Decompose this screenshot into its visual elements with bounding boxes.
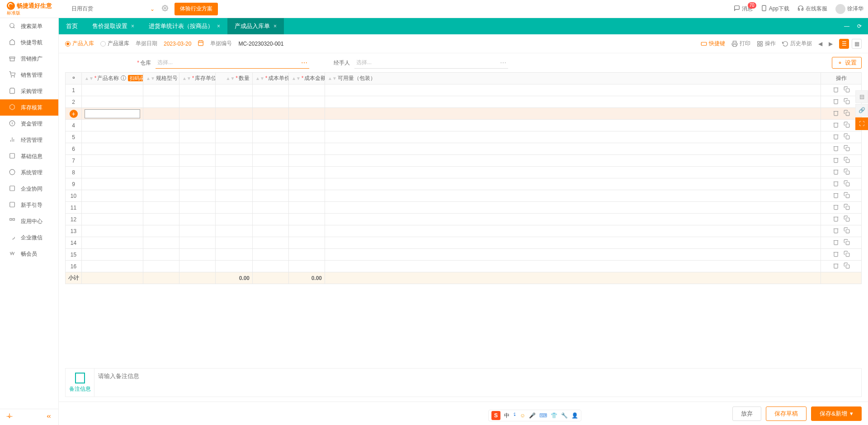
cell-spec[interactable]	[143, 249, 179, 261]
cell-name[interactable]	[82, 167, 143, 178]
delete-icon[interactable]	[833, 110, 839, 117]
cell-qty[interactable]	[216, 167, 253, 178]
cell-avail[interactable]	[325, 84, 821, 96]
cell-amount[interactable]	[289, 202, 325, 214]
cell-amount[interactable]	[289, 178, 325, 190]
cell-name[interactable]	[82, 155, 143, 167]
cell-price[interactable]	[253, 261, 289, 272]
sidebar-item-money[interactable]: 资金管理	[0, 116, 58, 132]
ime-lang[interactable]: 中	[504, 412, 509, 420]
cell-name[interactable]	[82, 178, 143, 190]
cell-unit[interactable]	[179, 96, 216, 108]
cell-price[interactable]	[253, 237, 289, 249]
ime-mic-icon[interactable]: 🎤	[529, 412, 536, 419]
cell-unit[interactable]	[179, 237, 216, 249]
cell-price[interactable]	[253, 214, 289, 225]
cell-unit[interactable]	[179, 249, 216, 261]
copy-icon[interactable]	[844, 215, 850, 223]
copy-icon[interactable]	[844, 251, 850, 258]
cell-qty[interactable]	[216, 84, 253, 96]
copy-icon[interactable]	[844, 180, 850, 188]
cell-amount[interactable]	[289, 108, 325, 120]
sidebar-item-search[interactable]: 搜索菜单	[0, 18, 58, 34]
cell-unit[interactable]	[179, 202, 216, 214]
cell-price[interactable]	[253, 167, 289, 178]
print-link[interactable]: 打印	[731, 40, 750, 47]
sidebar-item-nav[interactable]: 快捷导航	[0, 34, 58, 51]
sidebar-item-guide[interactable]: 新手引导	[0, 197, 58, 213]
service-link[interactable]: 在线客服	[797, 5, 827, 13]
hotkey-link[interactable]: 快捷键	[701, 40, 725, 47]
category-select[interactable]: 日用百货 ⌄	[68, 3, 158, 15]
handler-select[interactable]: 选择... ⋯	[354, 57, 508, 69]
cell-price[interactable]	[253, 96, 289, 108]
cell-price[interactable]	[253, 143, 289, 155]
product-name-input[interactable]	[85, 109, 140, 118]
table-row[interactable]: 11	[66, 202, 862, 214]
cell-price[interactable]	[253, 202, 289, 214]
copy-icon[interactable]	[844, 227, 850, 235]
col-avail[interactable]: ▲▼可用量（包装）	[325, 73, 821, 84]
table-row[interactable]: +	[66, 108, 862, 120]
cell-qty[interactable]	[216, 155, 253, 167]
sidebar-item-gift[interactable]: 营销推广	[0, 51, 58, 67]
table-row[interactable]: 14	[66, 237, 862, 249]
tool-expand-icon[interactable]: ⛶	[855, 117, 868, 130]
cell-price[interactable]	[253, 120, 289, 131]
cell-avail[interactable]	[325, 214, 821, 225]
cell-amount[interactable]	[289, 155, 325, 167]
cell-price[interactable]	[253, 84, 289, 96]
tab[interactable]: 首页	[59, 18, 85, 34]
cell-name[interactable]	[82, 261, 143, 272]
sidebar-item-corp[interactable]: 企业协同	[0, 181, 58, 197]
cell-avail[interactable]	[325, 167, 821, 178]
cell-qty[interactable]	[216, 108, 253, 120]
copy-icon[interactable]	[844, 121, 850, 129]
table-row[interactable]: 10	[66, 190, 862, 202]
cell-name[interactable]	[82, 96, 143, 108]
cell-avail[interactable]	[325, 131, 821, 143]
prev-icon[interactable]: ◀	[818, 41, 822, 47]
cell-avail[interactable]	[325, 261, 821, 272]
cell-avail[interactable]	[325, 108, 821, 120]
ime-skin-icon[interactable]: 👕	[551, 412, 557, 419]
cell-name[interactable]	[82, 249, 143, 261]
copy-icon[interactable]	[844, 192, 850, 200]
cell-spec[interactable]	[143, 225, 179, 237]
cell-avail[interactable]	[325, 202, 821, 214]
history-link[interactable]: 历史单据	[782, 40, 812, 47]
cell-name[interactable]	[82, 214, 143, 225]
radio-product-out[interactable]: 产品退库	[100, 40, 129, 47]
cell-amount[interactable]	[289, 143, 325, 155]
gear-icon[interactable]	[162, 5, 168, 13]
cell-amount[interactable]	[289, 225, 325, 237]
cell-spec[interactable]	[143, 202, 179, 214]
cell-qty[interactable]	[216, 249, 253, 261]
copy-icon[interactable]	[844, 204, 850, 211]
add-row-icon[interactable]: +	[70, 110, 78, 118]
cell-amount[interactable]	[289, 237, 325, 249]
cell-amount[interactable]	[289, 120, 325, 131]
cell-amount[interactable]	[289, 190, 325, 202]
copy-icon[interactable]	[844, 168, 850, 176]
cell-price[interactable]	[253, 249, 289, 261]
table-row[interactable]: 8	[66, 167, 862, 178]
cell-spec[interactable]	[143, 167, 179, 178]
delete-icon[interactable]	[833, 204, 839, 211]
cell-amount[interactable]	[289, 261, 325, 272]
delete-icon[interactable]	[833, 215, 839, 223]
cell-qty[interactable]	[216, 190, 253, 202]
sidebar-item-info[interactable]: 基础信息	[0, 148, 58, 164]
cell-spec[interactable]	[143, 155, 179, 167]
save-draft-button[interactable]: 保存草稿	[766, 406, 807, 421]
copy-icon[interactable]	[844, 98, 850, 106]
settings-button[interactable]: 设置	[832, 57, 862, 69]
table-row[interactable]: 9	[66, 178, 862, 190]
cell-spec[interactable]	[143, 108, 179, 120]
copy-icon[interactable]	[844, 86, 850, 94]
cell-price[interactable]	[253, 178, 289, 190]
cell-avail[interactable]	[325, 120, 821, 131]
close-icon[interactable]: ×	[131, 23, 134, 29]
cell-qty[interactable]	[216, 143, 253, 155]
tab[interactable]: 进货单统计表（按商品）×	[142, 18, 227, 34]
